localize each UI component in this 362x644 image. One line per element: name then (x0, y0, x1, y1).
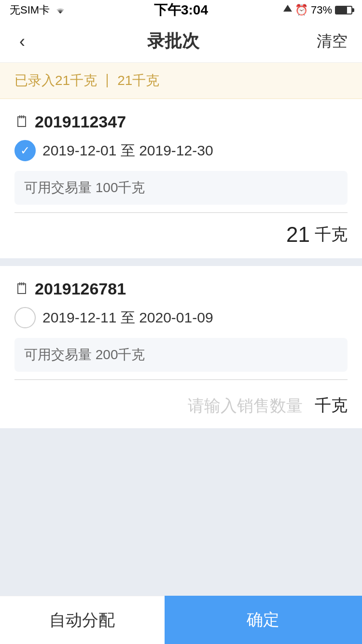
bottom-bar: 自动分配 确定 (0, 596, 362, 644)
batch-2-radio[interactable] (14, 307, 36, 328)
batch-1-date-row[interactable]: ✓ 2019-12-01 至 2019-12-30 (0, 136, 362, 167)
status-bar: 无SIM卡 下午3:04 ⏰ 73% (0, 0, 362, 20)
batch-card-1: 🗒 2019112347 ✓ 2019-12-01 至 2019-12-30 可… (0, 99, 362, 258)
batch-1-qty-value: 21 (286, 223, 310, 247)
batch-1-radio[interactable]: ✓ (14, 140, 36, 161)
time-display: 下午3:04 (154, 1, 208, 19)
recorded-amount: 已录入21千克 (14, 71, 97, 90)
batch-1-date: 2019-12-01 至 2019-12-30 (42, 141, 213, 161)
batch-1-id: 2019112347 (35, 112, 126, 131)
quantity-input[interactable] (165, 396, 310, 415)
carrier-label: 无SIM卡 (10, 3, 50, 17)
batch-1-qty-row: 21 千克 (0, 213, 362, 258)
status-left: 无SIM卡 (10, 3, 71, 17)
batch-1-availability: 可用交易量 100千克 (14, 171, 348, 205)
batch-2-input-row[interactable]: 千克 (0, 385, 362, 428)
batch-1-icon: 🗒 (14, 113, 30, 131)
nav-bar: ‹ 录批次 清空 (0, 20, 362, 63)
battery-pct: 73% (311, 4, 332, 16)
battery-icon (335, 6, 352, 14)
batch-2-date: 2019-12-11 至 2020-01-09 (42, 308, 213, 328)
amount-value: 21千克 (117, 71, 159, 90)
info-divider (107, 74, 108, 87)
batch-2-unit: 千克 (315, 394, 348, 417)
clear-button[interactable]: 清空 (317, 31, 348, 52)
status-right: ⏰ 73% (283, 4, 352, 16)
batch-1-qty-unit: 千克 (315, 224, 348, 246)
batch-2-date-row[interactable]: 2019-12-11 至 2020-01-09 (0, 303, 362, 334)
batch-2-icon: 🗒 (14, 280, 30, 298)
back-button[interactable]: ‹ (14, 27, 30, 56)
auto-distribute-button[interactable]: 自动分配 (0, 596, 165, 644)
batch-1-header: 🗒 2019112347 (0, 99, 362, 136)
card-separator-1 (0, 258, 362, 266)
confirm-button[interactable]: 确定 (165, 596, 362, 644)
page-title: 录批次 (147, 29, 199, 53)
batch-2-availability: 可用交易量 200千克 (14, 338, 348, 372)
check-mark: ✓ (20, 144, 30, 157)
batch-card-2: 🗒 2019126781 2019-12-11 至 2020-01-09 可用交… (0, 266, 362, 428)
info-banner: 已录入21千克 21千克 (0, 63, 362, 99)
alarm-icon: ⏰ (295, 4, 308, 16)
input-divider (14, 379, 348, 380)
location-icon (283, 5, 292, 15)
batch-2-id: 2019126781 (35, 280, 126, 298)
wifi-icon (54, 5, 67, 15)
batch-2-header: 🗒 2019126781 (0, 266, 362, 303)
